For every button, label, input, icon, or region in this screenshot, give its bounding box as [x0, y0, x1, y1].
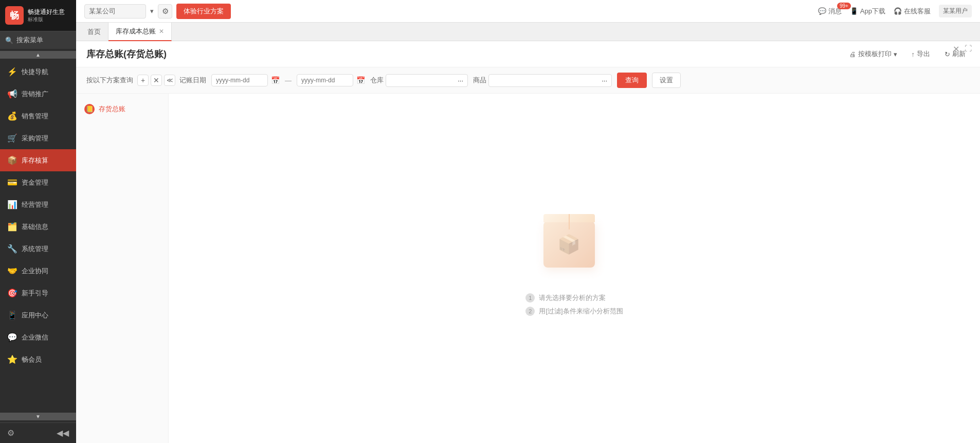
topbar-left: 某某公司 ▾ ⚙ 体验行业方案: [84, 4, 813, 19]
vip-icon: ⭐: [7, 355, 17, 364]
page-content: ✕ ⛶ 库存总账(存货总账) 🖨 按模板打印 ▾ ↑ 导出 ↻ 刷新: [76, 41, 980, 443]
sidebar-item-finance[interactable]: 💳 资金管理: [0, 171, 76, 193]
topbar: 某某公司 ▾ ⚙ 体验行业方案 💬 消息 99+ 📱 App下载 🎧 在线客服: [76, 0, 980, 23]
sidebar-item-wechat[interactable]: 💬 企业微信: [0, 326, 76, 348]
filter-add-buttons: + ✕ ≪: [137, 75, 175, 86]
quick-nav-icon: ⚡: [7, 67, 17, 77]
product-more-icon[interactable]: ···: [602, 77, 607, 84]
operation-icon: 📊: [7, 200, 17, 209]
refresh-icon: ↻: [945, 50, 950, 58]
empty-hint-1: 1 请先选择要分析的方案: [525, 293, 623, 303]
calendar-end-icon[interactable]: 📅: [356, 76, 365, 84]
phone-icon: 📱: [850, 7, 858, 15]
sidebar-scroll-down[interactable]: ▼: [0, 411, 76, 422]
collapse-icon[interactable]: ◀◀: [57, 428, 69, 438]
settings-icon[interactable]: ⚙: [7, 428, 14, 438]
sidebar-item-inventory[interactable]: 📦 库存核算: [0, 149, 76, 171]
sales-icon: 💰: [7, 111, 17, 121]
message-badge: 99+: [837, 3, 851, 9]
sidebar-item-app-center[interactable]: 📱 应用中心: [0, 304, 76, 326]
topbar-right: 💬 消息 99+ 📱 App下载 🎧 在线客服 某某用户: [818, 5, 972, 17]
filter-collapse-button[interactable]: ≪: [164, 75, 175, 86]
search-icon: 🔍: [5, 37, 13, 44]
filter-clear-button[interactable]: ✕: [151, 75, 162, 86]
online-service-button[interactable]: 🎧 在线客服: [894, 7, 931, 16]
sidebar-item-operation[interactable]: 📊 经营管理: [0, 193, 76, 216]
basic-icon: 🗂️: [7, 222, 17, 232]
warehouse-label: 仓库: [370, 76, 384, 85]
export-icon: ↑: [912, 50, 915, 58]
empty-hints: 1 请先选择要分析的方案 2 用[过滤]条件来缩小分析范围: [525, 293, 623, 316]
sidebar-scroll-up[interactable]: ▲: [0, 49, 76, 61]
filter-left-panel: 📒 存货总账: [76, 94, 169, 443]
product-field-group: 商品 ···: [473, 74, 612, 87]
inventory-ledger-icon: 📒: [84, 104, 95, 114]
query-button[interactable]: 查询: [617, 73, 647, 88]
user-menu[interactable]: 某某用户: [939, 5, 972, 17]
product-selector[interactable]: ···: [488, 74, 612, 87]
wechat-icon: 💬: [7, 332, 17, 342]
printer-icon: 🖨: [849, 50, 856, 58]
app-download-button[interactable]: 📱 App下载: [850, 7, 885, 16]
company-dropdown-icon[interactable]: ▾: [150, 7, 154, 15]
date-end-input[interactable]: [297, 74, 353, 86]
message-icon: 💬: [818, 7, 826, 15]
hint-number-1: 1: [525, 293, 535, 303]
warehouse-more-icon[interactable]: ···: [458, 77, 463, 84]
page-actions: 🖨 按模板打印 ▾ ↑ 导出 ↻ 刷新: [845, 47, 970, 61]
sidebar-item-enterprise[interactable]: 🤝 企业协同: [0, 260, 76, 282]
scroll-up-button[interactable]: ▲: [0, 51, 76, 59]
panel-close-button[interactable]: ✕: [953, 44, 959, 54]
tabs-bar: 首页 库存成本总账 ✕: [76, 23, 980, 41]
system-icon: 🔧: [7, 244, 17, 254]
date-start-input[interactable]: [211, 74, 268, 86]
filter-label: 按以下方案查询: [86, 76, 133, 85]
enterprise-icon: 🤝: [7, 266, 17, 276]
empty-hint-2: 2 用[过滤]条件来缩小分析范围: [525, 307, 623, 316]
warehouse-selector[interactable]: ···: [386, 74, 468, 87]
scroll-down-button[interactable]: ▼: [0, 413, 76, 420]
inventory-icon: 📦: [7, 155, 17, 165]
product-label: 商品: [473, 76, 486, 85]
sidebar-item-sales[interactable]: 💰 销售管理: [0, 105, 76, 127]
filter-fields: 记账日期 📅 — 📅 仓库 ··· 商品 ···: [179, 73, 970, 88]
sidebar-item-newbie[interactable]: 🎯 新手引导: [0, 282, 76, 304]
filter-panel: 📒 存货总账 📦: [76, 94, 980, 443]
sidebar-item-quick-nav[interactable]: ⚡ 快捷导航: [0, 61, 76, 83]
sidebar-nav: ⚡ 快捷导航 📢 营销推广 💰 销售管理 🛒 采购管理 📦 库存核算 💳 资金管…: [0, 61, 76, 411]
panel-resize-handle[interactable]: ⛶: [965, 44, 972, 52]
purchase-icon: 🛒: [7, 133, 17, 143]
headset-icon: 🎧: [894, 7, 902, 15]
filter-bar: 按以下方案查询 + ✕ ≪ 记账日期 📅 — 📅 仓库 ···: [76, 67, 980, 94]
print-dropdown-icon[interactable]: ▾: [894, 50, 897, 58]
empty-state: 📦 1 请先选择要分析的方案 2 用[过滤]条件来缩小分析范围: [525, 221, 623, 316]
company-selector[interactable]: 某某公司: [84, 4, 146, 19]
sidebar-item-system[interactable]: 🔧 系统管理: [0, 238, 76, 260]
filter-add-button[interactable]: +: [137, 75, 149, 86]
content-area: 📦 1 请先选择要分析的方案 2 用[过滤]条件来缩小分析范围: [169, 94, 980, 443]
sidebar-logo: 畅 畅捷通好生意 标准版: [0, 0, 76, 31]
filter-left-item-inventory[interactable]: 📒 存货总账: [76, 99, 168, 119]
sidebar-item-marketing[interactable]: 📢 营销推广: [0, 83, 76, 105]
tab-home[interactable]: 首页: [80, 23, 108, 41]
page-header: 库存总账(存货总账) 🖨 按模板打印 ▾ ↑ 导出 ↻ 刷新: [76, 41, 980, 67]
newbie-icon: 🎯: [7, 288, 17, 298]
calendar-start-icon[interactable]: 📅: [271, 76, 280, 84]
search-menu-button[interactable]: 🔍 搜索菜单: [0, 31, 76, 49]
sidebar-item-vip[interactable]: ⭐ 畅会员: [0, 348, 76, 370]
page-title: 库存总账(存货总账): [86, 48, 167, 60]
message-button[interactable]: 💬 消息 99+: [818, 7, 842, 16]
sidebar-item-purchase[interactable]: 🛒 采购管理: [0, 127, 76, 149]
topbar-settings-button[interactable]: ⚙: [158, 4, 172, 19]
print-button[interactable]: 🖨 按模板打印 ▾: [845, 47, 901, 61]
industry-solution-button[interactable]: 体验行业方案: [176, 4, 231, 19]
sidebar-bottom: ⚙ ◀◀: [0, 422, 76, 443]
tab-inventory-ledger[interactable]: 库存成本总账 ✕: [108, 23, 172, 41]
logo-icon: 畅: [5, 6, 24, 25]
settings-button[interactable]: 设置: [652, 73, 681, 88]
gear-icon: ⚙: [162, 7, 169, 16]
warehouse-field-group: 仓库 ···: [370, 74, 468, 87]
tab-close-icon[interactable]: ✕: [159, 28, 164, 35]
sidebar-item-basic[interactable]: 🗂️ 基础信息: [0, 216, 76, 238]
export-button[interactable]: ↑ 导出: [908, 47, 935, 61]
